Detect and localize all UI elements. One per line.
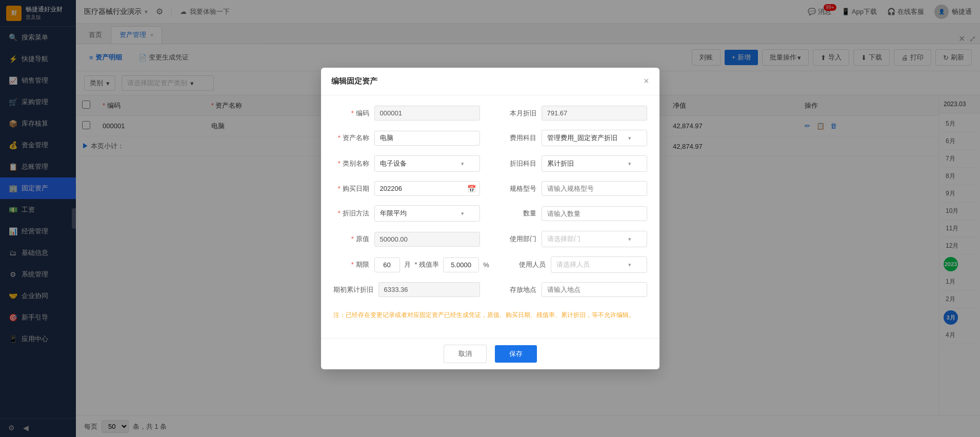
dialog-row-5: * 折旧方法 年限平均 ▾ 数量 [333, 205, 647, 222]
monthly-dep-label: 本月折旧 [501, 109, 536, 118]
field-expense-account: 费用科目 管理费用_固定资产折旧 ▾ [501, 130, 647, 146]
field-user: 使用人员 请选择人员 ▾ [510, 256, 647, 273]
field-quantity: 数量 [501, 205, 647, 222]
field-spec: 规格型号 [501, 181, 647, 196]
purchase-date-label: * 购买日期 [333, 184, 369, 193]
original-value-label: * 原值 [333, 234, 369, 244]
expense-account-label: 费用科目 [501, 133, 536, 143]
residual-rate-input[interactable] [443, 257, 479, 272]
dialog-row-8: 期初累计折旧 存放地点 [333, 282, 647, 297]
dep-account-select[interactable]: 累计折旧 ▾ [542, 155, 647, 172]
field-initial-acc-dep: 期初累计折旧 [333, 282, 480, 297]
location-label: 存放地点 [501, 285, 536, 294]
cancel-button[interactable]: 取消 [444, 345, 487, 363]
period-row: 月 * 残值率 % [374, 257, 489, 272]
period-input[interactable] [374, 257, 400, 272]
purchase-date-field: 📅 [374, 181, 480, 196]
field-dept: 使用部门 请选择部门 ▾ [501, 231, 647, 247]
expense-account-chevron-icon: ▾ [628, 135, 631, 142]
code-label: * 编码 [333, 109, 369, 118]
field-purchase-date: * 购买日期 📅 [333, 181, 480, 196]
code-input[interactable] [374, 106, 480, 121]
dialog-row-4: * 购买日期 📅 规格型号 [333, 181, 647, 196]
category-select[interactable]: 电子设备 ▾ [374, 155, 480, 172]
asset-name-label: * 资产名称 [333, 133, 369, 143]
user-select[interactable]: 请选择人员 ▾ [551, 256, 647, 273]
user-placeholder: 请选择人员 [556, 260, 590, 269]
dialog-row-2: * 资产名称 费用科目 管理费用_固定资产折旧 ▾ [333, 130, 647, 146]
quantity-input[interactable] [542, 206, 647, 221]
field-original-value: * 原值 [333, 231, 480, 247]
asset-name-input[interactable] [374, 131, 480, 146]
save-label: 保存 [509, 350, 523, 357]
dep-account-label: 折旧科目 [501, 159, 536, 168]
initial-acc-dep-input[interactable] [378, 282, 480, 297]
period-label: * 期限 [333, 260, 369, 269]
dep-account-chevron-icon: ▾ [628, 161, 631, 167]
field-code: * 编码 [333, 106, 480, 121]
dept-select[interactable]: 请选择部门 ▾ [542, 231, 647, 247]
cancel-label: 取消 [458, 350, 472, 357]
dialog-close-icon[interactable]: × [644, 76, 649, 87]
dep-method-label: * 折旧方法 [333, 209, 369, 218]
edit-asset-dialog: 编辑固定资产 × * 编码 本月折旧 [321, 68, 659, 369]
dep-method-select[interactable]: 年限平均 ▾ [374, 205, 480, 222]
initial-acc-dep-label: 期初累计折旧 [333, 285, 373, 294]
save-button[interactable]: 保存 [495, 345, 537, 363]
dept-placeholder: 请选择部门 [547, 234, 581, 244]
residual-rate-unit: % [483, 261, 489, 269]
expense-account-select[interactable]: 管理费用_固定资产折旧 ▾ [542, 130, 647, 146]
dialog-body: * 编码 本月折旧 * 资产名称 [321, 95, 659, 338]
dialog-row-7: * 期限 月 * 残值率 % 使用人员 [333, 256, 647, 273]
field-location: 存放地点 [501, 282, 647, 297]
dep-account-value: 累计折旧 [547, 159, 574, 168]
user-label: 使用人员 [510, 260, 546, 269]
quantity-label: 数量 [501, 209, 536, 218]
dept-label: 使用部门 [501, 234, 536, 244]
expense-account-value: 管理费用_固定资产折旧 [547, 133, 617, 143]
dept-chevron-icon: ▾ [628, 236, 631, 243]
dialog-title: 编辑固定资产 [331, 76, 377, 86]
dialog-footer: 取消 保存 [321, 338, 659, 369]
original-value-input[interactable] [374, 232, 480, 247]
monthly-dep-input[interactable] [542, 106, 647, 121]
category-value: 电子设备 [380, 159, 407, 168]
period-unit: 月 [404, 260, 411, 269]
dep-method-chevron-icon: ▾ [461, 210, 464, 217]
dep-method-value: 年限平均 [380, 209, 407, 218]
field-asset-name: * 资产名称 [333, 130, 480, 146]
spec-label: 规格型号 [501, 184, 536, 193]
dialog-row-6: * 原值 使用部门 请选择部门 ▾ [333, 231, 647, 247]
spec-input[interactable] [542, 181, 647, 196]
field-period: * 期限 月 * 残值率 % [333, 256, 489, 273]
dialog-row-1: * 编码 本月折旧 [333, 106, 647, 121]
purchase-date-input[interactable] [374, 181, 480, 196]
calendar-icon[interactable]: 📅 [467, 185, 476, 193]
field-dep-method: * 折旧方法 年限平均 ▾ [333, 205, 480, 222]
field-monthly-dep: 本月折旧 [501, 106, 647, 121]
field-dep-account: 折旧科目 累计折旧 ▾ [501, 155, 647, 172]
dialog-header: 编辑固定资产 × [321, 68, 659, 95]
category-chevron-icon: ▾ [461, 161, 464, 167]
user-chevron-icon: ▾ [628, 262, 631, 268]
category-label: * 类别名称 [333, 159, 369, 168]
residual-rate-label: * 残值率 [415, 260, 439, 269]
location-input[interactable] [542, 282, 647, 297]
dialog-overlay: 编辑固定资产 × * 编码 本月折旧 [0, 0, 980, 437]
dialog-note: 注：已经存在变更记录或者对应固定资产已经生成凭证，原值、购买日期、残值率、累计折… [333, 306, 647, 328]
field-category: * 类别名称 电子设备 ▾ [333, 155, 480, 172]
dialog-row-3: * 类别名称 电子设备 ▾ 折旧科目 累计折旧 ▾ [333, 155, 647, 172]
